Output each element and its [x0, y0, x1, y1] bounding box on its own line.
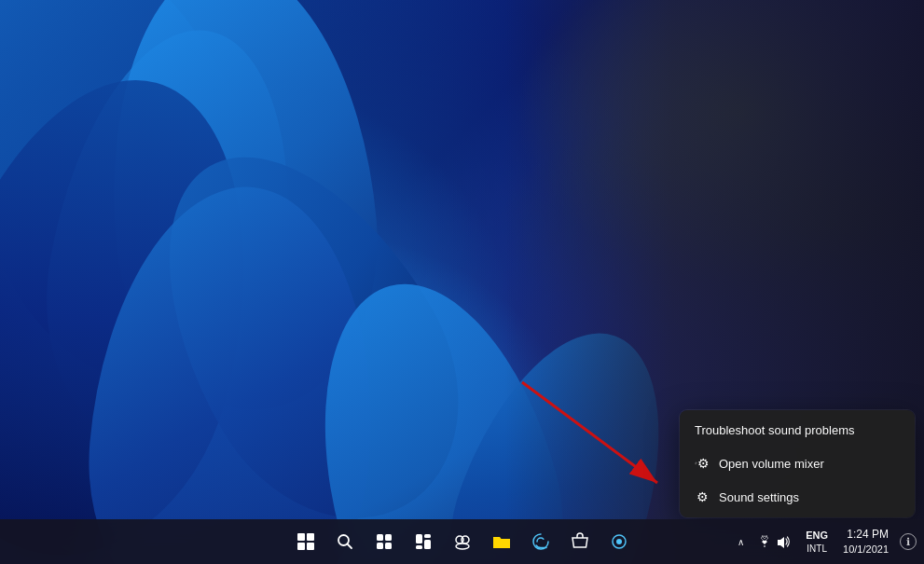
svg-rect-9	[424, 534, 431, 538]
svg-point-13	[462, 536, 469, 543]
taskbar-center	[287, 523, 638, 560]
windows-logo-icon	[297, 533, 314, 550]
svg-rect-5	[385, 534, 392, 541]
tray-chevron-button[interactable]: ∧	[736, 533, 746, 551]
widgets-icon	[415, 533, 432, 550]
tray-icons-group[interactable]	[752, 531, 796, 552]
taskbar-right: ∧ ENG INTL	[736, 525, 924, 558]
sound-settings-label: Sound settings	[719, 490, 799, 504]
edge-button[interactable]	[522, 523, 559, 560]
start-button[interactable]	[287, 523, 324, 560]
edge-icon	[531, 532, 550, 551]
search-icon	[337, 533, 353, 550]
task-view-icon	[376, 533, 393, 550]
svg-point-14	[456, 543, 469, 549]
file-explorer-icon	[492, 533, 511, 550]
troubleshoot-sound-label: Troubleshoot sound problems	[695, 423, 855, 437]
widgets-button[interactable]	[405, 523, 442, 560]
info-icon-label: ℹ	[906, 536, 910, 548]
svg-rect-8	[416, 534, 422, 543]
context-menu: Troubleshoot sound problems ⚙ Open volum…	[680, 410, 915, 517]
store-icon	[571, 532, 589, 551]
clock-time: 1:24 PM	[847, 527, 889, 543]
task-view-button[interactable]	[365, 523, 403, 560]
volume-icon	[776, 535, 791, 548]
notification-info-button[interactable]: ℹ	[900, 533, 917, 550]
sound-settings-menu-item[interactable]: ⚙ Sound settings	[680, 480, 915, 514]
svg-point-16	[616, 539, 622, 544]
svg-rect-10	[416, 545, 422, 549]
sound-settings-gear-icon: ⚙	[695, 489, 710, 504]
open-volume-mixer-menu-item[interactable]: ⚙ Open volume mixer	[680, 447, 915, 480]
lang-bottom-label: INTL	[807, 543, 827, 555]
volume-mixer-label: Open volume mixer	[719, 457, 824, 471]
desktop: Troubleshoot sound problems ⚙ Open volum…	[0, 0, 924, 564]
svg-rect-6	[377, 543, 383, 549]
chat-icon	[453, 533, 472, 550]
store-button[interactable]	[561, 523, 599, 560]
svg-line-3	[347, 544, 352, 549]
network-icon	[757, 535, 772, 548]
file-explorer-button[interactable]	[483, 523, 520, 560]
search-button[interactable]	[326, 523, 364, 560]
svg-rect-4	[377, 534, 383, 541]
clock-date: 10/1/2021	[843, 543, 889, 557]
language-indicator[interactable]: ENG INTL	[802, 527, 832, 556]
cortana-icon	[610, 532, 628, 551]
lang-top-label: ENG	[806, 529, 828, 542]
cortana-button[interactable]	[600, 523, 638, 560]
taskbar: ∧ ENG INTL	[0, 519, 924, 564]
svg-rect-7	[385, 543, 392, 549]
svg-rect-11	[424, 540, 431, 549]
clock[interactable]: 1:24 PM 10/1/2021	[837, 525, 894, 558]
volume-mixer-gear-icon: ⚙	[695, 456, 710, 471]
chat-button[interactable]	[444, 523, 481, 560]
troubleshoot-sound-menu-item[interactable]: Troubleshoot sound problems	[680, 414, 915, 447]
